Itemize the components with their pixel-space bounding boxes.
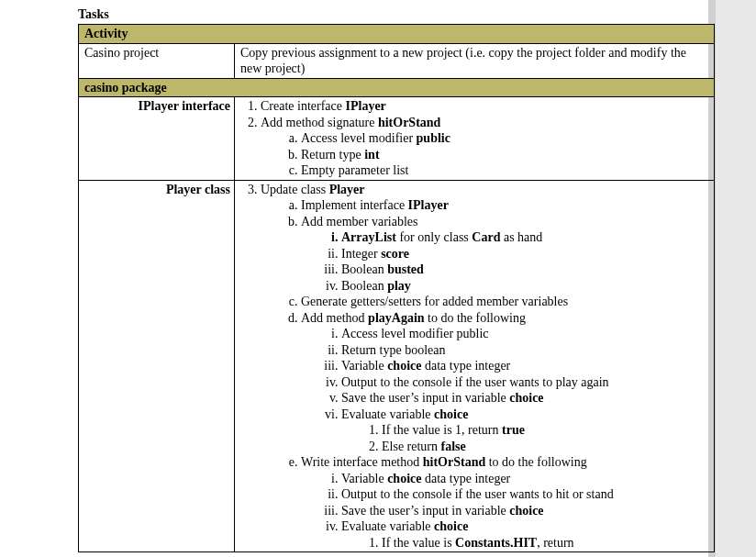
- list-item: Boolean play: [341, 278, 710, 295]
- casino-project-desc: Copy previous assignment to a new projec…: [235, 43, 715, 78]
- list-item: ArrayList for only class Card as hand: [341, 229, 710, 246]
- list-item: Evaluate variable choice If the value is…: [341, 518, 710, 551]
- list-item: Output to the console if the user wants …: [341, 374, 710, 391]
- list-item: Return type int: [301, 147, 710, 163]
- list-item: Add method playAgain to do the following…: [301, 310, 710, 455]
- list-item: Empty parameter list: [301, 162, 710, 179]
- list-item: If the value is Constants.HIT, return: [382, 535, 710, 551]
- list-item: Variable choice data type integer: [341, 358, 710, 374]
- list-item: Access level modifier public: [341, 326, 710, 342]
- casino-project-label: Casino project: [79, 43, 235, 78]
- list-item: Return type boolean: [341, 342, 710, 359]
- iplayer-label: IPlayer interface: [79, 97, 235, 181]
- row-player-class: Player class Update class Player Impleme…: [79, 180, 715, 552]
- tasks-table: Activity Casino project Copy previous as…: [78, 24, 715, 552]
- row-casino-package: casino package: [79, 78, 715, 97]
- list-item: Generate getters/setters for added membe…: [301, 294, 710, 310]
- list-item: Evaluate variable choice If the value is…: [341, 407, 710, 455]
- iplayer-content: Create interface IPlayer Add method sign…: [235, 97, 715, 181]
- activity-header: Activity: [79, 25, 715, 44]
- player-content: Update class Player Implement interface …: [235, 180, 715, 552]
- list-item: Write interface method hitOrStand to do …: [301, 454, 710, 551]
- list-item: Add member variables ArrayList for only …: [301, 214, 710, 295]
- row-casino-project: Casino project Copy previous assignment …: [79, 43, 715, 78]
- list-item: Save the user’s input in variable choice: [341, 503, 710, 519]
- header-row: Activity: [79, 25, 715, 44]
- list-item: Output to the console if the user wants …: [341, 486, 710, 503]
- casino-package-header: casino package: [79, 78, 715, 97]
- list-item: Create interface IPlayer: [261, 98, 710, 115]
- tasks-heading: Tasks: [0, 7, 708, 24]
- list-item: Else return false: [382, 439, 710, 455]
- player-label: Player class: [79, 180, 235, 552]
- row-iplayer-interface: IPlayer interface Create interface IPlay…: [79, 97, 715, 181]
- list-item: Boolean busted: [341, 262, 710, 278]
- list-item: Implement interface IPlayer: [301, 197, 710, 214]
- list-item: Update class Player Implement interface …: [261, 182, 710, 551]
- list-item: Integer score: [341, 246, 710, 262]
- list-item: Add method signature hitOrStand Access l…: [261, 115, 710, 179]
- list-item: Variable choice data type integer: [341, 471, 710, 487]
- list-item: If the value is 1, return true: [382, 422, 710, 439]
- document-page: Tasks Activity Casino project Copy previ…: [0, 0, 716, 557]
- list-item: Save the user’s input in variable choice: [341, 390, 710, 407]
- list-item: Access level modifier public: [301, 130, 710, 147]
